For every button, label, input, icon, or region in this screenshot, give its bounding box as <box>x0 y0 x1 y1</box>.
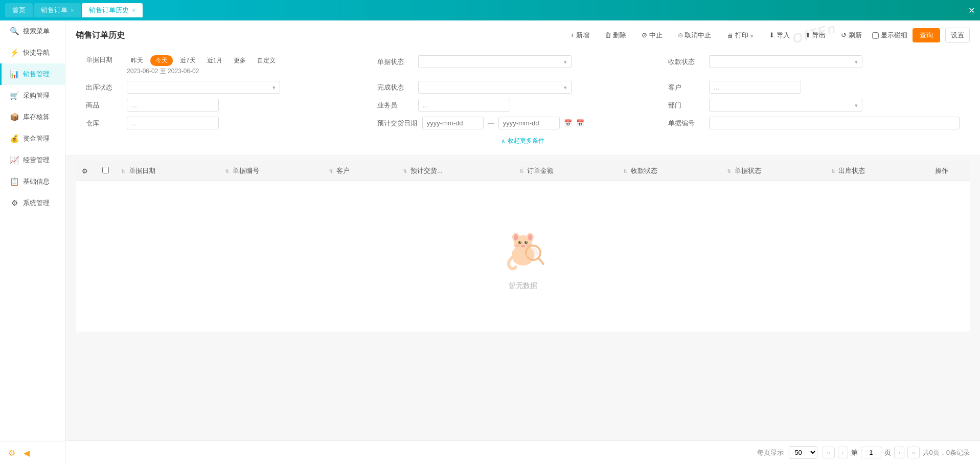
warehouse-input[interactable]: ... <box>127 117 219 129</box>
svg-point-14 <box>528 248 538 258</box>
table-check-col[interactable] <box>96 161 115 181</box>
page-title: 销售订单历史 <box>76 30 125 41</box>
filter-row-4: 仓库 ... 预计交货日期 — 📅 📅 单据编号 <box>86 117 960 129</box>
sales-person-input[interactable]: ... <box>418 99 510 112</box>
sidebar-item-search[interactable]: 🔍 搜索菜单 <box>0 20 65 42</box>
print-chevron-icon <box>750 32 754 39</box>
date-tab-more[interactable]: 更多 <box>230 55 250 66</box>
select-all-checkbox[interactable] <box>102 167 109 173</box>
page-input[interactable] <box>861 447 881 458</box>
col-receipt-status[interactable]: 收款状态 <box>617 161 721 181</box>
col-bill-status-label: 单据状态 <box>735 167 761 174</box>
complete-status-select[interactable] <box>418 81 572 94</box>
collapse-label: 收起更多条件 <box>508 137 544 145</box>
delivery-date-to-input[interactable] <box>498 117 560 129</box>
svg-line-15 <box>538 258 543 264</box>
new-button[interactable]: + 新增 <box>565 28 594 42</box>
prev-page-btn[interactable]: ‹ <box>838 447 848 458</box>
last-page-btn[interactable]: » <box>907 447 919 458</box>
col-number[interactable]: 单据编号 <box>219 161 323 181</box>
date-tabs: 昨天 今天 近7天 近1月 更多 自定义 <box>127 55 280 66</box>
delivery-date-from-input[interactable] <box>422 117 484 129</box>
print-label: 🖨 打印 <box>727 31 749 40</box>
svg-point-5 <box>528 234 532 240</box>
operations-icon: 📈 <box>10 156 19 165</box>
pagination: « ‹ 第 页 › » 共0页，0条记录 <box>823 447 970 458</box>
col-customer[interactable]: 客户 <box>323 161 397 181</box>
collapse-sidebar-icon[interactable]: ◀ <box>24 448 30 458</box>
inventory-icon: 📦 <box>10 113 19 122</box>
date-tab-7days[interactable]: 近7天 <box>176 55 200 66</box>
date-tab-yesterday[interactable]: 昨天 <box>127 55 147 66</box>
delete-button[interactable]: 🗑 删除 <box>600 28 632 42</box>
sidebar-item-operations[interactable]: 📈 经营管理 <box>0 149 65 171</box>
sidebar-item-system[interactable]: ⚙ 系统管理 <box>0 192 65 214</box>
first-page-btn[interactable]: « <box>823 447 834 458</box>
calendar-from-icon[interactable]: 📅 <box>564 119 572 127</box>
import-button[interactable]: ⬇ 导入 <box>764 28 795 42</box>
tab-home[interactable]: 首页 <box>5 3 33 17</box>
window-close-btn[interactable]: ✕ <box>968 6 975 15</box>
col-amount[interactable]: 订单金额 <box>513 161 617 181</box>
department-select[interactable] <box>709 99 862 112</box>
svg-point-11 <box>515 244 520 247</box>
page-size-select[interactable]: 50 10 20 100 <box>789 446 817 459</box>
table-settings-col[interactable]: ⚙ <box>76 161 96 181</box>
customer-input[interactable]: ... <box>709 81 801 94</box>
table-area: ⚙ 单据日期 单据编号 <box>65 156 980 440</box>
page-title-row: 销售订单历史 + 新增 🗑 删除 ⊘ 中止 ⊙ 取消中止 🖨 打印 ⬇ 导入 ⬆… <box>76 28 970 43</box>
next-page-btn[interactable]: › <box>894 447 904 458</box>
tab-sales-order-close[interactable]: × <box>71 7 74 13</box>
col-date[interactable]: 单据日期 <box>115 161 219 181</box>
col-bill-status[interactable]: 单据状态 <box>721 161 825 181</box>
sidebar-item-basic-info-label: 基础信息 <box>23 177 50 186</box>
out-status-select[interactable] <box>127 81 280 94</box>
bill-number-input[interactable] <box>709 117 960 129</box>
tab-sales-order[interactable]: 销售订单 × <box>34 3 81 17</box>
sort-amount-icon <box>519 167 525 174</box>
print-button[interactable]: 🖨 打印 <box>722 28 759 42</box>
receipt-status-select[interactable] <box>709 55 862 68</box>
product-input[interactable]: ... <box>127 99 219 112</box>
col-delivery[interactable]: 预计交货... <box>397 161 513 181</box>
sidebar-item-quicknav[interactable]: ⚡ 快捷导航 <box>0 42 65 63</box>
search-icon: 🔍 <box>10 27 19 36</box>
svg-point-7 <box>525 241 528 244</box>
receipt-status-chevron-icon <box>855 58 858 65</box>
warehouse-ellipsis: ... <box>131 119 137 127</box>
sidebar-item-inventory[interactable]: 📦 库存核算 <box>0 106 65 128</box>
tab-home-label: 首页 <box>12 6 26 15</box>
settings-bottom-icon[interactable]: ⚙ <box>8 448 15 458</box>
display-cols-checkbox[interactable] <box>872 32 879 39</box>
calendar-to-icon[interactable]: 📅 <box>576 119 584 127</box>
sidebar-item-sales[interactable]: 📊 销售管理 <box>0 63 65 85</box>
sidebar-item-finance[interactable]: 💰 资金管理 <box>0 128 65 149</box>
sidebar-item-purchase[interactable]: 🛒 采购管理 <box>0 85 65 106</box>
tab-sales-history-close[interactable]: × <box>132 7 135 13</box>
tab-sales-order-label: 销售订单 <box>41 6 67 15</box>
refresh-button[interactable]: ↺ 刷新 <box>836 28 867 42</box>
sidebar-item-basic-info[interactable]: 📋 基础信息 <box>0 171 65 192</box>
bill-status-select[interactable] <box>418 55 572 68</box>
settings-button[interactable]: 设置 <box>945 28 970 43</box>
display-cols-toggle[interactable]: 显示碰细 <box>872 31 907 40</box>
sidebar-item-purchase-label: 采购管理 <box>23 91 50 100</box>
tab-sales-history[interactable]: 销售订单历史 × <box>82 3 142 17</box>
stop-button[interactable]: ⊘ 中止 <box>636 28 668 42</box>
col-operation: 操作 <box>929 161 970 181</box>
product-label: 商品 <box>86 101 127 110</box>
col-out-status[interactable]: 出库状态 <box>825 161 929 181</box>
date-tab-today[interactable]: 今天 <box>150 55 173 66</box>
collapse-row[interactable]: ∧ 收起更多条件 <box>86 135 960 149</box>
empty-state: 暂无数据 <box>76 181 970 332</box>
svg-point-8 <box>520 241 521 242</box>
sidebar: 🔍 搜索菜单 ⚡ 快捷导航 📊 销售管理 🛒 采购管理 📦 库存核算 💰 资金管… <box>0 20 65 464</box>
cancel-stop-button[interactable]: ⊙ 取消中止 <box>673 28 717 42</box>
svg-point-9 <box>526 241 527 242</box>
query-button[interactable]: 查询 <box>913 28 940 42</box>
export-button[interactable]: ⬆ 导出 <box>800 28 831 42</box>
top-bar-right: ✕ <box>968 6 975 15</box>
date-tab-custom[interactable]: 自定义 <box>253 55 280 66</box>
table-header-row: ⚙ 单据日期 单据编号 <box>76 161 970 181</box>
date-tab-1month[interactable]: 近1月 <box>203 55 227 66</box>
